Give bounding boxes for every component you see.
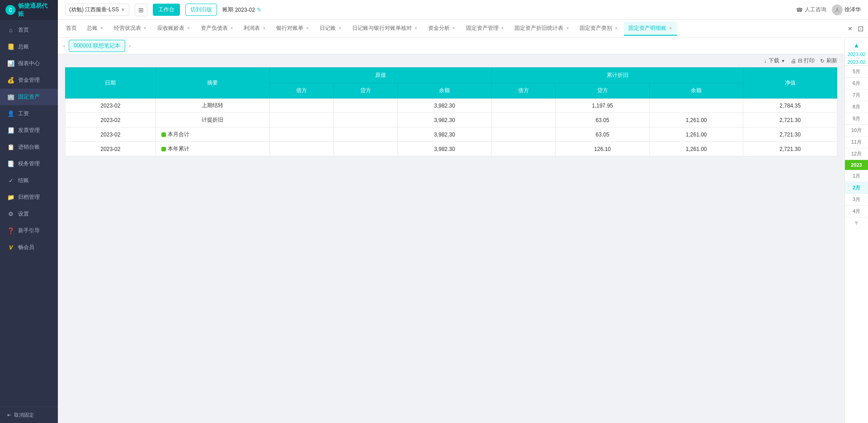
th-accum-balance: 余额 [649, 83, 743, 99]
cell-accum-balance: 1,261.00 [649, 113, 743, 127]
tab-bank-statement[interactable]: 银行对账单 × [272, 22, 314, 36]
tab-fixed-assets-detail[interactable]: 固定资产明细账 × [624, 22, 677, 36]
tab-depreciation-stat[interactable]: 固定资产折旧统计表 × [510, 22, 574, 36]
tab-restore-button[interactable]: ⊡ [857, 24, 864, 34]
cell-orig-credit [334, 127, 398, 142]
tab-fa-detail-close[interactable]: × [668, 25, 673, 31]
tab-fa-cat-close[interactable]: × [614, 25, 618, 31]
tab-dep-stat-close[interactable]: × [565, 25, 570, 31]
chevron-down-icon: ▼ [121, 7, 125, 12]
cell-accum-credit: 126.10 [556, 142, 650, 156]
timeline-month-1[interactable]: 1月 [845, 170, 868, 182]
tab-fa-mgmt-close[interactable]: × [500, 25, 505, 31]
tab-profit-close[interactable]: × [262, 25, 266, 31]
workbench-label: 工作台 [158, 6, 175, 13]
sidebar-item-label: 资金管理 [18, 76, 40, 84]
sidebar-item-archive[interactable]: 📁 归档管理 [0, 189, 58, 206]
th-accumulated-depreciation: 累计折旧 [491, 68, 743, 83]
tab-ledger-close[interactable]: × [99, 25, 104, 31]
tab-funds-analysis[interactable]: 资金分析 × [424, 22, 461, 36]
panel-nav: ‹ 000001 联想笔记本 › [58, 38, 844, 54]
timeline-month-12[interactable]: 12月 [845, 148, 868, 160]
copy-button[interactable]: ⊞ [135, 4, 147, 16]
timeline-scroll-up[interactable]: ▲ [845, 40, 868, 51]
tab-funds-label: 资金分析 [428, 24, 450, 32]
sidebar-item-member[interactable]: V 畅会员 [0, 239, 58, 256]
period-value: 2023-02 [235, 7, 255, 13]
print-button[interactable]: 🖨 ⊟ 打印 [791, 57, 815, 65]
tab-journal-close[interactable]: × [338, 25, 342, 31]
tab-ledger[interactable]: 总账 × [82, 22, 108, 36]
tab-reconcile-close[interactable]: × [414, 25, 418, 31]
timeline-month-4[interactable]: 4月 [845, 206, 868, 217]
tab-funds-close[interactable]: × [452, 25, 456, 31]
guide-icon: ❓ [7, 227, 14, 235]
tab-balance-close[interactable]: × [230, 25, 234, 31]
timeline-month-10[interactable]: 10月 [845, 125, 868, 136]
tab-balance[interactable]: 资产负债表 × [196, 22, 239, 36]
th-date: 日期 [66, 68, 156, 99]
sidebar-item-invoice[interactable]: 🧾 发票管理 [0, 122, 58, 139]
tab-receivable-close[interactable]: × [186, 25, 191, 31]
tab-fixed-assets-mgmt[interactable]: 固定资产管理 × [462, 22, 509, 36]
nav-asset-item[interactable]: 000001 联想笔记本 [69, 40, 125, 52]
sidebar-item-funds[interactable]: 💰 资金管理 [0, 72, 58, 89]
nav-next-arrow[interactable]: › [129, 43, 131, 49]
month-total-tag [161, 132, 166, 137]
timeline-month-7[interactable]: 7月 [845, 89, 868, 101]
sidebar-item-ledger[interactable]: 📒 总账 [0, 38, 58, 55]
sales-icon: 📋 [7, 144, 14, 151]
timeline-month-8[interactable]: 8月 [845, 101, 868, 113]
sidebar-item-guide[interactable]: ❓ 新手引导 [0, 222, 58, 239]
timeline-month-2[interactable]: 2月 [845, 182, 868, 194]
tab-home[interactable]: 首页 [61, 22, 81, 36]
tabbar: 首页 总账 × 经营状况表 × 应收账龄表 × 资产负债表 × 利润表 × 银行… [58, 20, 868, 38]
download-label: 下载 [769, 57, 779, 65]
refresh-button[interactable]: ↻ 刷新 [820, 57, 837, 65]
period-label: 账期 [222, 6, 233, 14]
sidebar-item-fixed-assets[interactable]: 🏢 固定资产 [0, 89, 58, 105]
tab-journal[interactable]: 日记账 × [315, 22, 347, 36]
th-accum-debit: 借方 [491, 83, 556, 99]
user-menu[interactable]: 人 徐泽华 [832, 5, 861, 15]
tab-receivable-label: 应收账龄表 [157, 24, 184, 32]
cell-orig-debit [269, 142, 334, 156]
support-icon: ☎ [796, 7, 803, 13]
cell-accum-credit: 1,197.95 [556, 99, 650, 113]
tab-management-close[interactable]: × [143, 25, 147, 31]
tab-receivable[interactable]: 应收账龄表 × [153, 22, 195, 36]
timeline-month-6[interactable]: 6月 [845, 78, 868, 89]
tab-profit[interactable]: 利润表 × [239, 22, 271, 36]
period-edit-icon[interactable]: ✎ [257, 7, 261, 13]
sidebar-unpin-button[interactable]: ⇤ 取消固定 [0, 407, 58, 423]
sidebar-item-tax[interactable]: 📑 税务管理 [0, 155, 58, 172]
sidebar-item-settings[interactable]: ⚙ 设置 [0, 206, 58, 222]
timeline-month-11[interactable]: 11月 [845, 136, 868, 148]
tax-icon: 📑 [7, 160, 14, 168]
tab-management[interactable]: 经营状况表 × [109, 22, 152, 36]
timeline-month-3[interactable]: 3月 [845, 194, 868, 206]
tab-reconcile[interactable]: 日记账与银行对账单核对 × [348, 22, 423, 36]
sidebar-item-home[interactable]: ⌂ 首页 [0, 22, 58, 38]
tab-bank-close[interactable]: × [305, 25, 310, 31]
timeline-month-9[interactable]: 9月 [845, 113, 868, 125]
cell-date: 2023-02 [66, 113, 156, 127]
timeline-scroll-down[interactable]: ▼ [845, 217, 868, 228]
sidebar-item-sales[interactable]: 📋 进销台账 [0, 139, 58, 155]
cell-accum-balance: 1,261.00 [649, 127, 743, 142]
tab-close-all-button[interactable]: × [847, 24, 853, 34]
sidebar-item-close[interactable]: ✓ 结账 [0, 172, 58, 189]
download-button[interactable]: ↓ 下载 ▼ [764, 57, 785, 65]
sidebar-item-reports[interactable]: 📊 报表中心 [0, 55, 58, 72]
sidebar-item-payroll[interactable]: 👤 工资 [0, 105, 58, 122]
switch-version-button[interactable]: 切到旧版 [185, 4, 217, 16]
table-row: 2023-02 计提折旧 3,982.30 63.05 1,261.00 2,7… [66, 113, 837, 127]
company-selector[interactable]: (劝勉) 江西服垂-LSS ▼ [65, 4, 129, 16]
nav-prev-arrow[interactable]: ‹ [63, 43, 65, 49]
sidebar-item-label: 发票管理 [18, 127, 40, 134]
workbench-button[interactable]: 工作台 [153, 4, 180, 16]
support-button[interactable]: ☎ 人工咨询 [796, 6, 826, 14]
settings-icon: ⚙ [7, 211, 14, 218]
tab-fixed-assets-category[interactable]: 固定资产类别 × [575, 22, 623, 36]
timeline-month-5[interactable]: 5月 [845, 66, 868, 78]
